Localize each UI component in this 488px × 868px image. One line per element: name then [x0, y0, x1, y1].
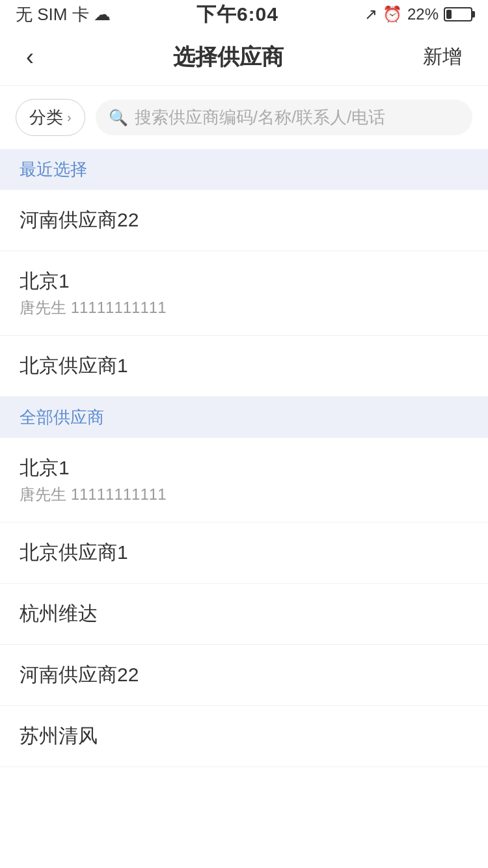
item-name: 北京1 [20, 455, 468, 481]
alarm-icon: ⏰ [383, 5, 402, 23]
list-item[interactable]: 河南供应商22 [0, 190, 488, 251]
status-time: 下午6:04 [197, 1, 278, 28]
category-label: 分类 [29, 106, 63, 129]
item-name: 杭州维达 [20, 601, 468, 627]
item-name: 北京1 [20, 268, 468, 295]
no-sim-label: 无 SIM 卡 ☁ [16, 3, 111, 26]
item-name: 河南供应商22 [20, 207, 468, 234]
item-sub: 唐先生 11111111111 [20, 484, 468, 505]
list-item[interactable]: 河南供应商22 [0, 645, 488, 706]
filter-bar: 分类 › 🔍 [0, 86, 488, 149]
status-left: 无 SIM 卡 ☁ [16, 3, 111, 26]
list-item[interactable]: 北京供应商1 [0, 522, 488, 584]
all-section-header: 全部供应商 [0, 397, 488, 438]
list-item[interactable]: 北京供应商1 [0, 336, 488, 397]
page-title: 选择供应商 [173, 42, 284, 72]
list-item[interactable]: 北京1 唐先生 11111111111 [0, 251, 488, 336]
list-item[interactable]: 苏州清风 [0, 706, 488, 767]
list-item[interactable]: 杭州维达 [0, 584, 488, 645]
back-button[interactable]: ‹ [20, 37, 40, 77]
search-box: 🔍 [96, 100, 472, 135]
battery-icon [444, 7, 472, 21]
recent-section-header: 最近选择 [0, 149, 488, 190]
nav-bar: ‹ 选择供应商 新增 [0, 29, 488, 86]
status-right: ↗ ⏰ 22% [364, 5, 472, 23]
list-item[interactable]: 北京1 唐先生 11111111111 [0, 438, 488, 522]
all-list: 北京1 唐先生 11111111111 北京供应商1 杭州维达 河南供应商22 … [0, 438, 488, 767]
item-name: 河南供应商22 [20, 662, 468, 688]
item-name: 北京供应商1 [20, 539, 468, 566]
search-input[interactable] [135, 107, 459, 128]
chevron-right-icon: › [67, 110, 72, 125]
search-icon: 🔍 [109, 109, 128, 127]
add-button[interactable]: 新增 [416, 37, 468, 77]
location-icon: ↗ [364, 5, 377, 23]
item-sub: 唐先生 11111111111 [20, 297, 468, 318]
battery-fill [446, 10, 452, 19]
recent-list: 河南供应商22 北京1 唐先生 11111111111 北京供应商1 [0, 190, 488, 397]
category-button[interactable]: 分类 › [16, 99, 85, 136]
item-name: 北京供应商1 [20, 353, 468, 379]
status-bar: 无 SIM 卡 ☁ 下午6:04 ↗ ⏰ 22% [0, 0, 488, 29]
all-header-text: 全部供应商 [20, 407, 104, 427]
item-name: 苏州清风 [20, 723, 468, 750]
battery-percent: 22% [407, 5, 439, 23]
recent-header-text: 最近选择 [20, 159, 87, 179]
